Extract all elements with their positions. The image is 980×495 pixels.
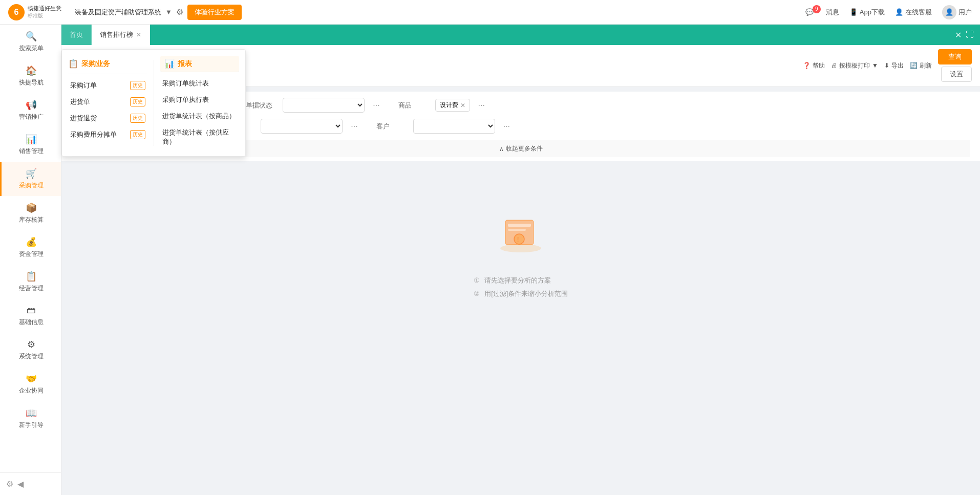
user-label: 用户: [958, 8, 972, 17]
refresh-btn[interactable]: 🔄 刷新: [910, 61, 932, 70]
settings-icon[interactable]: ⚙: [176, 7, 183, 17]
purchase-order-label: 采购订单: [70, 81, 97, 90]
tab-sales-rank-label: 销售排行榜: [100, 30, 133, 39]
goods-return-label: 进货退货: [70, 114, 97, 123]
query-button[interactable]: 查询: [938, 49, 972, 64]
goods-receipt-label: 进货单: [70, 97, 90, 106]
svg-point-4: [514, 234, 524, 244]
print-label: 按模板打印: [839, 61, 870, 70]
logo-text-area: 畅捷通好生意 标准版: [28, 5, 61, 19]
search-icon: 🔍: [26, 31, 37, 42]
purchase-expense-label: 采购费用分摊单: [70, 130, 117, 139]
logo-name: 畅捷通好生意: [28, 5, 61, 12]
window-expand-icon[interactable]: ⛶: [966, 30, 974, 39]
set-button[interactable]: 设置: [941, 67, 972, 82]
sidebar-item-enterprise[interactable]: 🤝 企业协同: [0, 367, 61, 401]
finance-icon: 💰: [26, 236, 37, 248]
user-btn[interactable]: 👤 用户: [942, 5, 972, 19]
tab-close-icon[interactable]: ✕: [136, 31, 141, 38]
customer-label: 客户: [376, 122, 407, 131]
dropdown-item-goods-return[interactable]: 进货退货 历史: [68, 110, 147, 126]
sidebar-item-system[interactable]: ⚙ 系统管理: [0, 333, 61, 367]
purchase-order-history[interactable]: 历史: [130, 81, 145, 90]
bottom-settings-icon[interactable]: ⚙: [6, 479, 13, 489]
help-btn[interactable]: ❓ 帮助: [803, 61, 825, 70]
dropdown-item-goods-stat-goods[interactable]: 进货单统计表（按商品）: [160, 108, 240, 124]
operations-icon: 📋: [26, 271, 37, 282]
dropdown-col-report-title: 📊 报表: [160, 56, 240, 72]
bill-status-select[interactable]: [283, 98, 365, 113]
service-icon: 👤: [895, 8, 903, 16]
window-close-icon[interactable]: ✕: [955, 30, 962, 40]
salesperson-select-wrap: [261, 119, 343, 134]
system-dropdown-icon[interactable]: ▼: [165, 8, 172, 16]
message-btn[interactable]: 💬 9 消息: [805, 8, 839, 17]
goods-ellipsis[interactable]: ···: [476, 101, 487, 110]
empty-tips: ① 请先选择要分析的方案 ② 用[过滤]条件来缩小分析范围: [474, 274, 568, 300]
customer-select[interactable]: [413, 119, 495, 134]
customer-ellipsis[interactable]: ···: [501, 122, 512, 131]
bill-status-select-wrap: [283, 98, 365, 113]
dropdown-item-purchase-order-stat[interactable]: 采购订单统计表: [160, 75, 240, 92]
sidebar-item-quick-nav[interactable]: 🏠 快捷导航: [0, 59, 61, 93]
sidebar-label-inventory: 库存核算: [19, 216, 44, 224]
customer-select-wrap: [413, 119, 495, 134]
tab-actions: ✕ ⛶: [949, 25, 980, 45]
tab-sales-rank[interactable]: 销售排行榜 ✕: [92, 25, 150, 45]
export-btn[interactable]: ⬇ 导出: [884, 61, 904, 70]
sidebar-item-sales[interactable]: 📊 销售管理: [0, 127, 61, 162]
tab-home[interactable]: 首页: [61, 25, 92, 45]
logo-area: 6 畅捷通好生意 标准版: [8, 4, 70, 20]
sidebar-label-purchase: 采购管理: [19, 181, 44, 190]
purchase-icon: 🛒: [26, 168, 37, 179]
logo-icon: 6: [8, 4, 25, 20]
sidebar-item-operations[interactable]: 📋 经营管理: [0, 265, 61, 299]
salesperson-select[interactable]: [261, 119, 343, 134]
svg-text:!: !: [517, 236, 519, 243]
dropdown-col-purchase: 📋 采购业务 采购订单 历史 进货单 历史 进货退货 历史 采购费用分摊单 历史: [62, 56, 154, 150]
print-btn[interactable]: 🖨 按模板打印 ▼: [831, 61, 878, 70]
dropdown-item-goods-stat-supplier[interactable]: 进货单统计表（按供应商）: [160, 124, 240, 150]
sidebar-label-finance: 资金管理: [19, 250, 44, 259]
empty-state: ! ① 请先选择要分析的方案 ② 用[过滤]条件来缩小分析范围: [61, 161, 980, 341]
system-title-area: 装备及固定资产辅助管理系统 ▼ ⚙ 体验行业方案: [70, 5, 805, 20]
dropdown-item-goods-receipt[interactable]: 进货单 历史: [68, 94, 147, 110]
sidebar-item-finance[interactable]: 💰 资金管理: [0, 230, 61, 265]
sidebar-item-guide[interactable]: 📖 新手引导: [0, 401, 61, 436]
empty-tip2: ② 用[过滤]条件来缩小分析范围: [474, 287, 568, 300]
industry-button[interactable]: 体验行业方案: [187, 5, 242, 20]
guide-icon: 📖: [26, 407, 37, 419]
sidebar-item-marketing[interactable]: 📢 营销推广: [0, 93, 61, 127]
dropdown-item-purchase-expense[interactable]: 采购费用分摊单 历史: [68, 126, 147, 143]
goods-receipt-history[interactable]: 历史: [130, 97, 145, 106]
svg-rect-3: [508, 229, 526, 231]
bill-status-label: 单据状态: [246, 101, 276, 110]
dropdown-item-purchase-order[interactable]: 采购订单 历史: [68, 77, 147, 94]
goods-tag-remove[interactable]: ✕: [460, 102, 465, 109]
sidebar-item-search[interactable]: 🔍 搜索菜单: [0, 25, 61, 59]
purchase-expense-history[interactable]: 历史: [130, 130, 145, 139]
sidebar-item-purchase[interactable]: 🛒 采购管理: [0, 162, 61, 196]
bottom-collapse-icon[interactable]: ◀: [17, 479, 24, 489]
goods-tag[interactable]: 设计费 ✕: [435, 99, 470, 112]
report-col-icon: 📊: [164, 59, 175, 69]
sidebar-item-inventory[interactable]: 📦 库存核算: [0, 196, 61, 230]
app-download-btn[interactable]: 📱 App下载: [849, 8, 885, 17]
bill-status-ellipsis[interactable]: ···: [371, 101, 381, 110]
tab-home-label: 首页: [70, 30, 83, 39]
sidebar-label-marketing: 营销推广: [19, 113, 44, 121]
system-title-text: 装备及固定资产辅助管理系统: [75, 8, 161, 17]
sidebar-label-system: 系统管理: [19, 352, 44, 361]
goods-stat-goods-label: 进货单统计表（按商品）: [162, 112, 236, 121]
online-service-btn[interactable]: 👤 在线客服: [895, 8, 932, 17]
sidebar-label-operations: 经营管理: [19, 284, 44, 293]
collapse-label: 收起更多条件: [506, 144, 543, 153]
report-col-title-text: 报表: [178, 59, 192, 69]
sidebar-item-basic[interactable]: 🗃 基础信息: [0, 299, 61, 333]
dropdown-item-purchase-order-exec[interactable]: 采购订单执行表: [160, 92, 240, 108]
salesperson-ellipsis[interactable]: ···: [349, 122, 359, 131]
print-dropdown-icon: ▼: [872, 62, 878, 69]
goods-return-history[interactable]: 历史: [130, 114, 145, 123]
help-label: 帮助: [813, 61, 825, 70]
svg-point-0: [500, 244, 541, 252]
